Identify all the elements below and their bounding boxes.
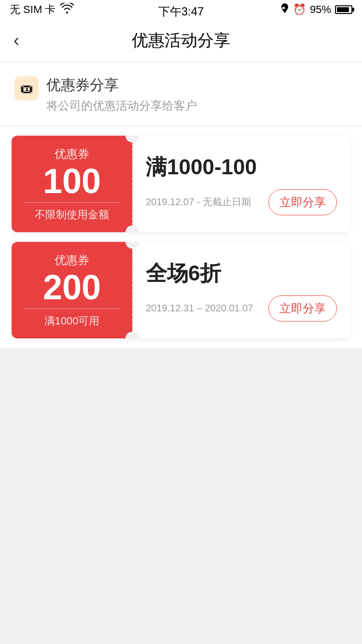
battery-icon bbox=[335, 5, 352, 14]
back-button[interactable]: ‹ bbox=[14, 32, 19, 49]
coupon-card-0: 优惠券 100 不限制使用金额 满1000-100 2019.12.07 - 无… bbox=[12, 136, 350, 232]
coupon-list: 优惠券 100 不限制使用金额 满1000-100 2019.12.07 - 无… bbox=[0, 126, 362, 348]
coupon-condition-0: 不限制使用金额 bbox=[35, 208, 109, 222]
coupon-amount-1: 200 bbox=[43, 270, 101, 305]
coupon-name-1: 全场6折 bbox=[146, 259, 337, 288]
section-text: 优惠券分享 将公司的优惠活动分享给客户 bbox=[46, 75, 197, 113]
battery-percent: 95% bbox=[310, 3, 331, 16]
coupon-share-button-0[interactable]: 立即分享 bbox=[268, 189, 337, 215]
status-bar: 无 SIM 卡 下午3:47 ⏰ 95% bbox=[0, 0, 362, 19]
coupon-amount-0: 100 bbox=[43, 164, 101, 198]
coupon-share-button-1[interactable]: 立即分享 bbox=[268, 295, 337, 322]
section-icon: 🎟 bbox=[14, 76, 39, 100]
coupon-card-1: 优惠券 200 满1000可用 全场6折 2019.12.31 – 2020.0… bbox=[12, 242, 350, 338]
alarm-icon: ⏰ bbox=[293, 3, 306, 16]
coupon-label-0: 优惠券 bbox=[55, 146, 89, 162]
coupon-condition-1: 满1000可用 bbox=[44, 314, 100, 328]
section-title: 优惠券分享 bbox=[46, 75, 197, 95]
carrier-text: 无 SIM 卡 bbox=[10, 2, 56, 17]
coupon-date-1: 2019.12.31 – 2020.01.07 bbox=[146, 303, 253, 314]
bottom-area bbox=[0, 348, 362, 614]
coupon-info-row-1: 2019.12.31 – 2020.01.07 立即分享 bbox=[146, 295, 337, 322]
section-subtitle: 将公司的优惠活动分享给客户 bbox=[46, 98, 197, 113]
section-header: 🎟 优惠券分享 将公司的优惠活动分享给客户 bbox=[0, 62, 362, 125]
coupon-dashed-1 bbox=[132, 247, 133, 334]
coupon-dashed-0 bbox=[132, 140, 133, 227]
coupon-right-0: 满1000-100 2019.12.07 - 无截止日期 立即分享 bbox=[132, 136, 350, 232]
coupon-date-0: 2019.12.07 - 无截止日期 bbox=[146, 196, 251, 209]
status-time: 下午3:47 bbox=[158, 4, 204, 19]
coupon-right-1: 全场6折 2019.12.31 – 2020.01.07 立即分享 bbox=[132, 242, 350, 338]
nav-bar: ‹ 优惠活动分享 bbox=[0, 19, 362, 62]
status-right: ⏰ 95% bbox=[280, 3, 352, 16]
page-title: 优惠活动分享 bbox=[132, 29, 230, 52]
coupon-info-row-0: 2019.12.07 - 无截止日期 立即分享 bbox=[146, 189, 337, 215]
wifi-icon bbox=[60, 3, 74, 16]
coupon-left-1: 优惠券 200 满1000可用 bbox=[12, 242, 132, 338]
coupon-label-1: 优惠券 bbox=[55, 252, 89, 268]
coupon-left-0: 优惠券 100 不限制使用金额 bbox=[12, 136, 132, 232]
coupon-name-0: 满1000-100 bbox=[146, 153, 337, 182]
coupon-divider-1 bbox=[24, 308, 120, 309]
coupon-divider-0 bbox=[24, 202, 120, 203]
location-icon bbox=[280, 3, 289, 16]
status-left: 无 SIM 卡 bbox=[10, 2, 74, 17]
